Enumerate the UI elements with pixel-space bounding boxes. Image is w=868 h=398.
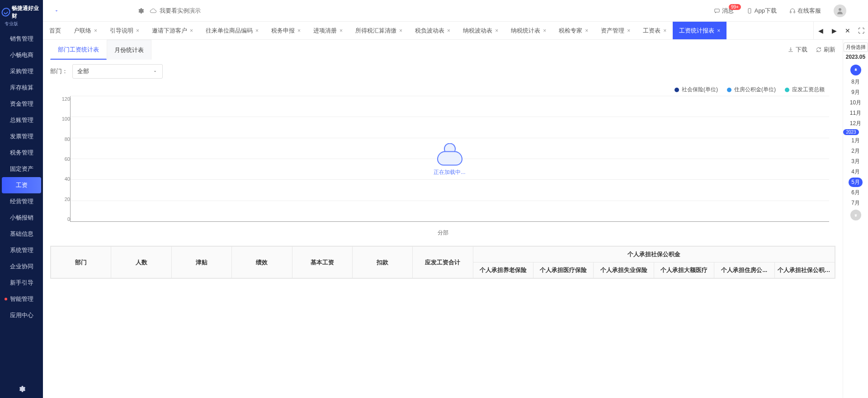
sidebar-item[interactable]: 固定资产 [0,161,43,177]
year-badge: 2023 [843,129,859,135]
month-item[interactable]: 2月 [849,146,863,156]
tab[interactable]: 邀请下游客户× [146,22,199,39]
tab-close-icon[interactable]: × [190,28,193,34]
month-current: 2023.05 [846,54,865,60]
sidebar-item[interactable]: 销售管理 [0,31,43,47]
tab[interactable]: 户联络× [67,22,104,39]
tab[interactable]: 引导说明× [104,22,146,39]
tab-close-icon[interactable]: × [136,28,139,34]
phone-icon [746,8,753,14]
user-avatar[interactable] [834,5,846,17]
topbar: 我要看实例演示 消息 99+ App下载 在线客服 [43,0,868,22]
refresh-button[interactable]: 刷新 [816,46,835,54]
chevron-down-icon [152,69,158,74]
svg-rect-2 [790,11,791,13]
tab[interactable]: 税检专家× [552,22,594,39]
tab[interactable]: 工资表× [637,22,673,39]
tab-close-all-button[interactable]: ✕ [841,27,854,34]
sidebar-item[interactable]: 库存核算 [0,80,43,96]
org-settings-button[interactable] [137,7,144,14]
tab[interactable]: 税负波动表× [409,22,457,39]
table-header: 津贴 [171,247,231,278]
month-item[interactable]: 8月 [849,77,863,87]
sidebar-item[interactable]: 经营管理 [0,193,43,210]
org-selector[interactable] [50,8,132,14]
tab-close-icon[interactable]: × [94,28,97,34]
month-item[interactable]: 3月 [849,157,863,166]
table-header: 扣款 [352,247,412,278]
tab[interactable]: 工资统计报表× [673,22,726,39]
message-button[interactable]: 消息 99+ [710,7,737,15]
month-item[interactable]: 6月 [849,188,863,197]
month-toggle-button[interactable]: 月份选择 [844,42,868,52]
month-item[interactable]: 1月 [849,136,863,145]
tab-close-icon[interactable]: × [340,28,343,34]
tab-close-icon[interactable]: × [663,28,666,34]
table-header: 绩效 [232,247,292,278]
sidebar-item[interactable]: 小畅电商 [0,47,43,63]
message-icon [714,8,720,14]
tab-close-icon[interactable]: × [255,28,259,34]
legend-item[interactable]: 应发工资总额 [785,86,825,94]
sidebar-item[interactable]: 资金管理 [0,96,43,112]
app-download-button[interactable]: App下载 [743,7,780,15]
sidebar-item[interactable]: 税务管理 [0,145,43,161]
sidebar-item[interactable]: 企业协同 [0,258,43,275]
sidebar-item[interactable]: 系统管理 [0,242,43,258]
tab[interactable]: 首页 [43,22,67,39]
tab-close-icon[interactable]: × [447,28,450,34]
tab[interactable]: 纳税统计表× [505,22,552,39]
tab[interactable]: 资产管理× [594,22,637,39]
sidebar-item[interactable]: 发票管理 [0,128,43,145]
sidebar-item[interactable]: 工资 [2,177,41,193]
sidebar-item[interactable]: 采购管理 [0,63,43,80]
chart-legend: 社会保险(单位)住房公积金(单位)应发工资总额 [57,83,829,96]
loading-icon [437,148,462,166]
month-scroll-up[interactable] [850,65,861,75]
tab[interactable]: 所得税汇算清缴× [349,22,409,39]
tab-close-icon[interactable]: × [717,28,720,34]
sidebar-item[interactable]: 总账管理 [0,112,43,128]
tab-close-icon[interactable]: × [297,28,301,34]
sidebar-item[interactable]: 新手引导 [0,275,43,291]
download-button[interactable]: 下载 [788,46,807,54]
tab-close-icon[interactable]: × [543,28,546,34]
table-sub-header: 个人承担医疗保险 [533,262,594,278]
tab-close-icon[interactable]: × [627,28,630,34]
month-item[interactable]: 10月 [847,98,864,108]
tab-close-icon[interactable]: × [585,28,588,34]
tab[interactable]: 税务申报× [265,22,307,39]
tab-next-button[interactable]: ▶ [827,27,841,34]
sub-tab-month[interactable]: 月份统计表 [107,40,151,60]
tab[interactable]: 往来单位商品编码× [199,22,265,39]
tab-nav: ◀ ▶ ✕ ⛶ [813,22,868,39]
department-select[interactable]: 全部 [72,64,163,79]
demo-link[interactable]: 我要看实例演示 [150,7,201,15]
legend-item[interactable]: 社会保险(单位) [675,86,718,94]
sidebar-item[interactable]: 小畅报销 [0,210,43,226]
tab-close-icon[interactable]: × [399,28,402,34]
month-item[interactable]: 4月 [849,167,863,177]
sidebar-item[interactable]: 基础信息 [0,226,43,242]
online-service-button[interactable]: 在线客服 [786,7,825,15]
month-item[interactable]: 9月 [849,88,863,97]
sub-tab-department[interactable]: 部门工资统计表 [50,40,107,60]
tab-strip: 首页户联络×引导说明×邀请下游客户×往来单位商品编码×税务申报×进项清册×所得税… [43,22,868,40]
legend-item[interactable]: 住房公积金(单位) [727,86,776,94]
brand-edition: 专业版 [5,21,18,27]
tab-prev-button[interactable]: ◀ [814,27,827,34]
month-item[interactable]: 7月 [849,198,863,208]
x-axis-label: 分部 [57,229,829,237]
sidebar-item[interactable]: 智能管理 [0,291,43,307]
month-scroll-down[interactable] [850,210,861,220]
month-item[interactable]: 12月 [847,119,864,128]
sidebar-item[interactable]: 应用中心 [0,307,43,323]
tab-close-icon[interactable]: × [495,28,498,34]
fullscreen-button[interactable]: ⛶ [854,27,868,34]
filter-row: 部门： 全部 [43,60,843,83]
sidebar-settings[interactable] [0,380,43,398]
tab[interactable]: 纳税波动表× [457,22,505,39]
month-item[interactable]: 11月 [847,108,864,118]
tab[interactable]: 进项清册× [307,22,349,39]
month-item[interactable]: 5月 [849,178,863,187]
